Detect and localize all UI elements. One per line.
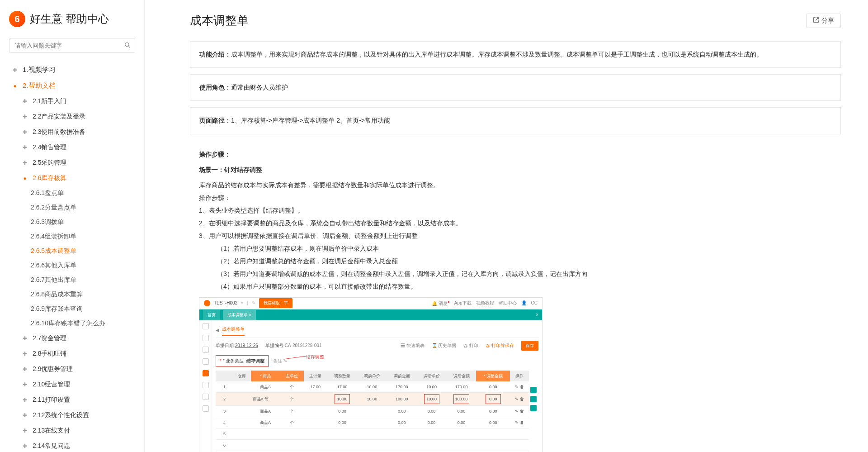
mock-msg: 🔔 消息● xyxy=(432,298,450,308)
nav-2-11[interactable]: ✚2.11打印设置 xyxy=(19,392,135,408)
nav-2-6-1[interactable]: 2.6.1盘点单 xyxy=(29,186,135,200)
nav-2-12[interactable]: ✚2.12系统个性化设置 xyxy=(19,408,135,423)
step-1: 1、表头业务类型选择【结存调整】。 xyxy=(199,204,832,217)
plus-icon: ✚ xyxy=(21,129,29,135)
mock-sideicon xyxy=(203,335,209,341)
role-label: 使用角色： xyxy=(199,84,231,91)
nav-2-6-8[interactable]: 2.6.8商品成本重算 xyxy=(29,287,135,302)
mock-iconbar xyxy=(199,320,212,452)
plus-icon: ✚ xyxy=(21,397,29,403)
steps-label: 操作步骤： xyxy=(199,148,832,161)
svg-point-0 xyxy=(125,43,129,46)
scene1-title: 场景一：针对结存调整 xyxy=(199,163,832,176)
intro-text: 成本调整单，用来实现对商品结存成本的调整，以及针对具体的出入库单进行成本调整。库… xyxy=(231,51,763,58)
page-title: 成本调整单 xyxy=(190,13,249,29)
role-box: 使用角色：通常由财务人员维护 xyxy=(190,74,841,101)
mock-tab-doc: 成本调整单 × xyxy=(223,310,256,320)
main-content: 成本调整单 分享 功能介绍：成本调整单，用来实现对商品结存成本的调整，以及针对具… xyxy=(145,0,868,452)
plus-icon: ✚ xyxy=(21,428,29,434)
role-text: 通常由财务人员维护 xyxy=(231,84,288,91)
scene1-steps-label: 操作步骤： xyxy=(199,191,832,204)
nav-help-docs[interactable]: ●2.帮助文档 xyxy=(9,78,135,94)
plus-icon: ✚ xyxy=(21,98,29,105)
nav-2-8[interactable]: ✚2.8手机旺铺 xyxy=(19,346,135,362)
step-3-2: （2）若用户知道调整总的结存金额，则在调后金额中录入总金额 xyxy=(199,255,832,267)
nav-2-6-2[interactable]: 2.6.2分量盘点单 xyxy=(29,200,135,215)
sidebar: 6 好生意 帮助中心 ✚1.视频学习 ●2.帮助文档 ✚2.1新手入门 ✚2.2… xyxy=(0,0,145,452)
nav-2-1[interactable]: ✚2.1新手入门 xyxy=(19,94,135,109)
app-name: 好生意 帮助中心 xyxy=(30,12,109,26)
embedded-screenshot: TEST-H002 ▾ | ✎ 我要领取一下 🔔 消息● App下载 视频教程 … xyxy=(199,297,542,452)
step-3: 3、用户可以根据调整依据直接在调后单价、调后金额、调整金额列上进行调整 xyxy=(199,229,832,242)
plus-icon: ✚ xyxy=(21,381,29,388)
mock-table: 仓库* 商品主单位主计量调整数量调前单价调前金额调后单价调后金额* 调整金额操作… xyxy=(216,371,529,452)
mock-sideicon xyxy=(203,358,209,365)
nav-2-3[interactable]: ✚2.3使用前数据准备 xyxy=(19,124,135,140)
nav-2-6-10[interactable]: 2.6.10库存账本错了怎么办 xyxy=(29,316,135,331)
mock-main: ◀ 成本调整单 单据日期 2019-12-26 单据编号 CA-20191229… xyxy=(212,320,542,452)
mock-tenant: TEST-H002 xyxy=(214,299,237,308)
plus-icon: ✚ xyxy=(21,335,29,342)
mock-logo-icon xyxy=(204,300,210,306)
mock-topbar: TEST-H002 ▾ | ✎ 我要领取一下 🔔 消息● App下载 视频教程 … xyxy=(199,298,542,309)
plus-icon: ✚ xyxy=(21,114,29,120)
path-label: 页面路径： xyxy=(199,117,231,124)
nav-2-7[interactable]: ✚2.7资金管理 xyxy=(19,331,135,346)
nav-2-6-9[interactable]: 2.6.9库存账本查询 xyxy=(29,302,135,316)
share-button[interactable]: 分享 xyxy=(806,14,841,28)
app-logo: 6 xyxy=(9,11,25,27)
mock-sideicon xyxy=(203,323,209,329)
mock-sideicon xyxy=(203,382,209,388)
nav-2-13[interactable]: ✚2.13在线支付 xyxy=(19,423,135,438)
plus-icon: ✚ xyxy=(21,351,29,357)
search-box xyxy=(9,38,135,53)
nav-2-6-4[interactable]: 2.6.4组装拆卸单 xyxy=(29,229,135,244)
intro-label: 功能介绍： xyxy=(199,51,231,58)
mock-biztype: * * 业务类型 结存调整 xyxy=(216,355,269,367)
mock-anno1: 结存调整 xyxy=(306,352,324,362)
plus-icon: ✚ xyxy=(21,412,29,419)
mock-tool-icon xyxy=(530,396,537,402)
plus-icon: ✚ xyxy=(21,160,29,166)
header-row: 成本调整单 分享 xyxy=(190,13,841,29)
nav-2-6-7[interactable]: 2.6.7其他出库单 xyxy=(29,273,135,287)
nav-2-6[interactable]: ●2.6库存核算 xyxy=(19,171,135,186)
search-icon[interactable] xyxy=(124,42,131,49)
mock-tab-home: 首页 xyxy=(203,310,220,320)
scene1-desc: 库存商品的结存成本与实际成本有差异，需要根据结存数量和实际单位成本进行调整。 xyxy=(199,179,832,191)
nav-2-5[interactable]: ✚2.5采购管理 xyxy=(19,155,135,171)
step-3-1: （1）若用户想要调整结存成本，则在调后单价中录入成本 xyxy=(199,242,832,255)
step-3-4: （4）如果用户只调整部分数量的成本，可以直接修改带出的结存数量。 xyxy=(199,280,832,293)
nav-2-4[interactable]: ✚2.4销售管理 xyxy=(19,140,135,155)
share-icon xyxy=(813,17,819,24)
plus-icon: ✚ xyxy=(21,366,29,372)
mock-user: CC xyxy=(531,299,538,308)
mock-back-icon: ◀ xyxy=(216,326,219,335)
search-input[interactable] xyxy=(9,38,135,53)
mock-sideicon xyxy=(203,405,209,412)
nav-2-9[interactable]: ✚2.9优惠券管理 xyxy=(19,362,135,377)
step-3-3: （3）若用户知道要调增或调减的成本差值，则在调整金额中录入差值，调增录入正值，记… xyxy=(199,267,832,280)
nav-2-14[interactable]: ✚2.14常见问题 xyxy=(19,438,135,452)
logo-row: 6 好生意 帮助中心 xyxy=(9,11,135,27)
mock-crumb: 成本调整单 xyxy=(222,325,245,336)
svg-line-1 xyxy=(128,46,130,48)
intro-box: 功能介绍：成本调整单，用来实现对商品结存成本的调整，以及针对具体的出入库单进行成… xyxy=(190,41,841,68)
mock-sideicon xyxy=(203,394,209,400)
nav-2-6-3[interactable]: 2.6.3调拨单 xyxy=(29,215,135,229)
plus-icon: ✚ xyxy=(21,144,29,151)
mock-save-button: 保存 xyxy=(521,341,538,351)
nav-video-learning[interactable]: ✚1.视频学习 xyxy=(9,62,135,78)
nav-2-10[interactable]: ✚2.10经营管理 xyxy=(19,377,135,392)
nav-2-6-6[interactable]: 2.6.6其他入库单 xyxy=(29,258,135,273)
minus-icon: ● xyxy=(11,83,19,89)
mock-help: 帮助中心 xyxy=(499,299,517,308)
mock-claim-button: 我要领取一下 xyxy=(259,298,292,308)
mock-video: 视频教程 xyxy=(476,299,494,308)
path-text: 1、库存核算->库存管理->成本调整单 2、首页->常用功能 xyxy=(231,117,390,124)
plus-icon: ✚ xyxy=(21,443,29,449)
nav-2-6-5[interactable]: 2.6.5成本调整单 xyxy=(29,244,135,258)
nav-2-2[interactable]: ✚2.2产品安装及登录 xyxy=(19,109,135,124)
mock-sideicon xyxy=(203,347,209,353)
mock-app: App下载 xyxy=(454,299,472,308)
